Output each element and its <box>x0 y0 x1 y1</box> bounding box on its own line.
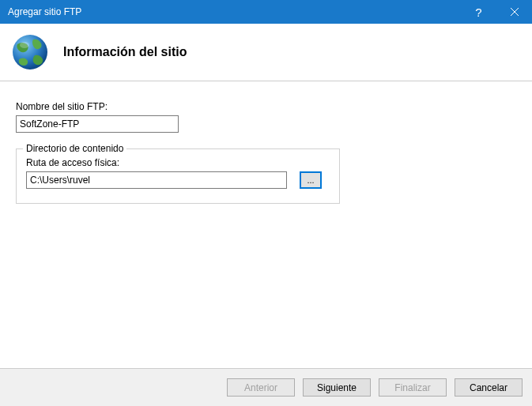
physical-path-input[interactable] <box>26 171 287 189</box>
finish-button: Finalizar <box>379 378 447 397</box>
browse-button[interactable]: ... <box>300 171 322 189</box>
window-title: Agregar sitio FTP <box>8 6 461 17</box>
page-title: Información del sitio <box>63 45 187 59</box>
next-button[interactable]: Siguiente <box>303 378 371 397</box>
svg-point-0 <box>13 35 47 70</box>
wizard-header: Información del sitio <box>0 24 532 81</box>
close-button[interactable] <box>496 0 532 24</box>
content-directory-legend: Directorio de contenido <box>23 143 126 154</box>
site-name-input[interactable] <box>16 115 179 133</box>
close-icon <box>511 8 519 16</box>
content-directory-group: Directorio de contenido Ruta de acceso f… <box>16 148 340 204</box>
cancel-button[interactable]: Cancelar <box>455 378 523 397</box>
physical-path-label: Ruta de acceso física: <box>26 157 330 168</box>
wizard-footer: Anterior Siguiente Finalizar Cancelar <box>0 368 532 406</box>
help-button[interactable]: ? <box>461 0 496 24</box>
svg-point-1 <box>20 42 29 48</box>
previous-button: Anterior <box>227 378 295 397</box>
titlebar: Agregar sitio FTP ? <box>0 0 532 24</box>
path-row: ... <box>26 171 330 189</box>
globe-icon <box>11 33 49 71</box>
titlebar-buttons: ? <box>461 0 532 24</box>
wizard-content: Nombre del sitio FTP: Directorio de cont… <box>0 81 532 212</box>
site-name-label: Nombre del sitio FTP: <box>16 101 516 112</box>
